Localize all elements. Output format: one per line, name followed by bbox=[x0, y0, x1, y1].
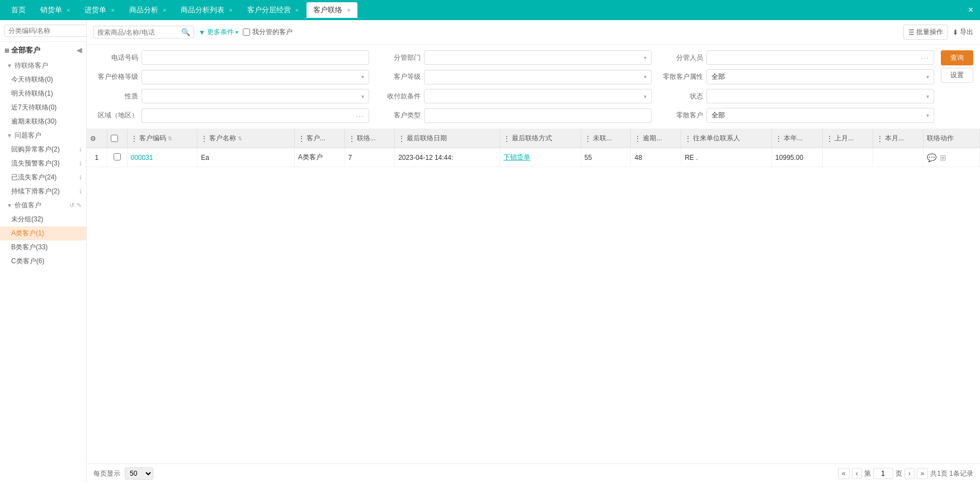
query-action-area: 查询 设置 bbox=[941, 50, 973, 83]
sidebar-item-today[interactable]: 今天待联络(0) bbox=[0, 73, 86, 87]
sidebar-group-problem[interactable]: ▼ 问题客户 bbox=[0, 129, 86, 143]
nav-sales-order[interactable]: 销货单 × bbox=[34, 2, 77, 18]
close-customer-contact[interactable]: × bbox=[347, 7, 350, 13]
row-checkbox[interactable] bbox=[114, 153, 121, 160]
close-sales-order[interactable]: × bbox=[67, 7, 70, 13]
global-close-btn[interactable]: × bbox=[966, 3, 976, 17]
export-icon: ⬇ bbox=[953, 29, 958, 36]
edit-icon[interactable]: ✎ bbox=[77, 202, 82, 209]
sidebar-item-b-class[interactable]: B类客户(33) bbox=[0, 240, 86, 254]
batch-op-btn[interactable]: ☰ 批量操作 bbox=[903, 25, 948, 40]
nav-home[interactable]: 首页 bbox=[4, 2, 32, 18]
th-overdue: ⋮ 逾期... bbox=[631, 129, 681, 148]
close-purchase-order[interactable]: × bbox=[111, 7, 114, 13]
retail-customer-select[interactable]: 全部 ▾ bbox=[706, 108, 934, 123]
nav-product-analysis-list[interactable]: 商品分析列表 × bbox=[174, 2, 239, 18]
sidebar-item-overdue-contact[interactable]: 逾期未联络(30) bbox=[0, 115, 86, 129]
main-layout: 🔍 ⊞ 全部客户 ◀ ▼ 待联络客户 今天待联络(0) 明天待联络(1) 近7天… bbox=[0, 20, 980, 483]
row-overdue: 48 bbox=[631, 148, 681, 167]
manager-input[interactable]: ··· bbox=[706, 50, 934, 65]
info-icon-2: ℹ bbox=[79, 160, 82, 167]
select-all-checkbox[interactable] bbox=[111, 135, 118, 142]
retail-attr-select[interactable]: 全部 ▾ bbox=[706, 69, 934, 84]
region-input[interactable]: ··· bbox=[142, 108, 369, 123]
my-customers-checkbox[interactable] bbox=[243, 29, 250, 36]
close-product-analysis-list[interactable]: × bbox=[229, 7, 232, 13]
sidebar-group-value[interactable]: ▼ 价值客户 ↺ ✎ bbox=[0, 198, 86, 212]
filter-retail-customer: 零散客户 全部 ▾ bbox=[658, 108, 934, 123]
dept-chevron: ▾ bbox=[644, 55, 647, 61]
pagination: « ‹ 第 页 › » 共1页 1条记录 bbox=[838, 468, 973, 479]
close-customer-tier[interactable]: × bbox=[295, 7, 299, 13]
sidebar-item-churned[interactable]: 已流失客户(24) ℹ bbox=[0, 171, 86, 184]
nav-product-analysis[interactable]: 商品分析 × bbox=[123, 2, 173, 18]
sidebar: 🔍 ⊞ 全部客户 ◀ ▼ 待联络客户 今天待联络(0) 明天待联络(1) 近7天… bbox=[0, 20, 87, 483]
row-last-method[interactable]: 下销货单 bbox=[500, 148, 581, 167]
th-this-month: ⋮ 本月... bbox=[873, 129, 923, 148]
sidebar-item-churn-warning[interactable]: 流失预警客户(3) ℹ bbox=[0, 157, 86, 171]
payment-select[interactable]: ▾ bbox=[424, 89, 652, 103]
page-number-input[interactable] bbox=[873, 468, 893, 479]
filter-row-1: 电话号码 分管部门 ▾ 分管人员 bbox=[93, 50, 934, 65]
first-page-btn[interactable]: « bbox=[838, 468, 850, 479]
retail-customer-chevron: ▾ bbox=[926, 112, 929, 119]
sidebar-search-input[interactable] bbox=[4, 25, 87, 37]
sidebar-group-pending[interactable]: ▼ 待联络客户 bbox=[0, 59, 86, 73]
sort-name-icon[interactable]: ⇅ bbox=[238, 136, 242, 141]
advanced-filter: 电话号码 分管部门 ▾ 分管人员 bbox=[87, 45, 980, 129]
row-contact-count: 7 bbox=[345, 148, 395, 167]
content-area: 🔍 ▼ 更多条件 ▾ 我分管的客户 ☰ 批量操作 ⬇ 导出 bbox=[87, 20, 980, 483]
table-row: 1 000031 Ea A类客户 7 2023-04-12 14:44: 下销货… bbox=[87, 148, 980, 167]
row-contact-person: RE . bbox=[681, 148, 772, 167]
th-checkbox bbox=[107, 129, 127, 148]
nav-customer-contact[interactable]: 客户联络 × bbox=[307, 2, 357, 18]
sidebar-item-a-class[interactable]: A类客户(1) bbox=[0, 226, 86, 240]
filter-search-input[interactable] bbox=[97, 29, 179, 36]
collapse-icon[interactable]: ◀ bbox=[77, 46, 82, 54]
next-page-btn[interactable]: › bbox=[904, 468, 915, 479]
customer-type-input[interactable] bbox=[424, 108, 652, 123]
price-grade-select[interactable]: ▾ bbox=[142, 70, 369, 84]
th-contact-count: ⋮ 联络... bbox=[345, 129, 395, 148]
info-icon-3: ℹ bbox=[79, 174, 82, 181]
sidebar-item-repurchase-abnormal[interactable]: 回购异常客户(2) ℹ bbox=[0, 143, 86, 157]
more-filters-btn[interactable]: ▼ 更多条件 ▾ bbox=[199, 27, 238, 37]
page-size-select[interactable]: 50 100 200 bbox=[125, 467, 153, 480]
grid-action-icon[interactable]: ⊞ bbox=[940, 153, 946, 162]
grid-icon: ⊞ bbox=[4, 48, 9, 54]
refresh-icon[interactable]: ↺ bbox=[69, 202, 74, 209]
row-code[interactable]: 000031 bbox=[127, 148, 197, 167]
nav-customer-tier[interactable]: 客户分层经营 × bbox=[241, 2, 305, 18]
sidebar-item-tomorrow[interactable]: 明天待联络(1) bbox=[0, 87, 86, 101]
prev-page-btn[interactable]: ‹ bbox=[852, 468, 862, 479]
last-page-btn[interactable]: » bbox=[917, 468, 929, 479]
dept-select[interactable]: ▾ bbox=[424, 50, 652, 65]
filter-phone: 电话号码 bbox=[93, 50, 369, 65]
sidebar-item-7days[interactable]: 近7天待联络(0) bbox=[0, 101, 86, 115]
settings-btn[interactable]: 设置 bbox=[941, 68, 973, 83]
filter-customer-grade: 客户等级 ▾ bbox=[376, 70, 652, 84]
th-settings[interactable]: ⚙ bbox=[87, 129, 107, 148]
filter-status: 状态 ▾ bbox=[658, 89, 934, 103]
close-product-analysis[interactable]: × bbox=[163, 7, 166, 13]
bottom-bar: 每页显示 50 100 200 « ‹ 第 页 › » 共1页 1条记录 bbox=[87, 463, 980, 483]
filter-row-2: 客户价格等级 ▾ 客户等级 ▾ bbox=[93, 69, 934, 84]
customer-table-container: ⚙ ⋮ 客户编码 ⇅ bbox=[87, 129, 980, 463]
query-btn[interactable]: 查询 bbox=[941, 50, 973, 65]
status-select[interactable]: ▾ bbox=[706, 89, 934, 103]
th-last-date: ⋮ 最后联络日期 bbox=[395, 129, 500, 148]
filter-search-area: 🔍 bbox=[93, 26, 194, 39]
sidebar-item-declining[interactable]: 持续下滑客户(2) ℹ bbox=[0, 184, 86, 198]
sort-code-icon[interactable]: ⇅ bbox=[168, 136, 172, 141]
sidebar-item-ungrouped[interactable]: 未分组(32) bbox=[0, 212, 86, 226]
sidebar-all-customers[interactable]: ⊞ 全部客户 ◀ bbox=[0, 42, 86, 59]
export-btn[interactable]: ⬇ 导出 bbox=[953, 27, 973, 37]
row-not-contacted: 55 bbox=[581, 148, 631, 167]
nav-purchase-order[interactable]: 进货单 × bbox=[78, 2, 121, 18]
sidebar-item-c-class[interactable]: C类客户(6) bbox=[0, 254, 86, 268]
chat-action-icon[interactable]: 💬 bbox=[927, 153, 936, 162]
customer-grade-select[interactable]: ▾ bbox=[424, 70, 652, 84]
filter-search-icon[interactable]: 🔍 bbox=[181, 28, 190, 36]
nature-select[interactable]: ▾ bbox=[142, 89, 369, 103]
phone-input[interactable] bbox=[142, 50, 369, 65]
